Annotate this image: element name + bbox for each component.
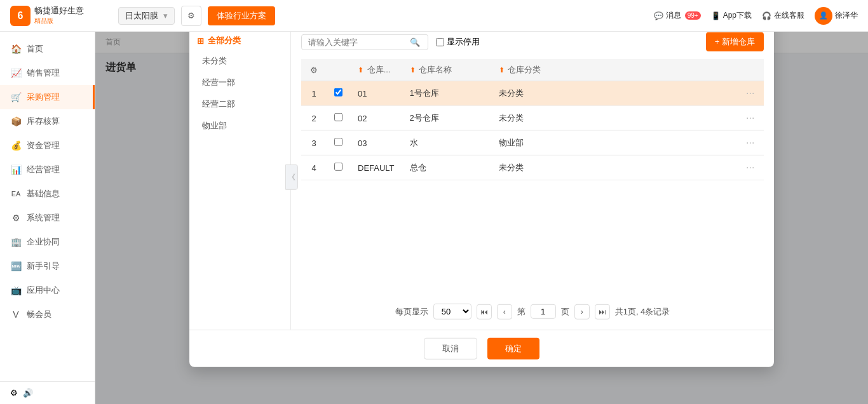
app-download-item[interactable]: 📱 App下载 [711, 10, 752, 21]
row-checkbox-1[interactable] [334, 113, 342, 121]
show-disabled-checkbox[interactable] [436, 37, 444, 46]
tree-item-未分类[interactable]: 未分类 [189, 50, 290, 72]
sidebar-item-sales[interactable]: 📈销售管理 [0, 61, 95, 85]
settings-button[interactable]: ⚙ [181, 6, 201, 26]
page-label: 第 [517, 306, 526, 317]
prev-page-button[interactable]: ‹ [497, 304, 512, 319]
sidebar-item-home[interactable]: 🏠首页 [0, 37, 95, 61]
logo-area: 6 畅捷通好生意 精品版 [10, 6, 105, 26]
sidebar-label-enterprise: 企业协同 [27, 236, 60, 248]
page-input[interactable]: 1 [531, 304, 556, 319]
row-name-3: 总仓 [402, 155, 491, 180]
page-unit: 页 [561, 306, 569, 317]
last-page-button[interactable]: ⏭ [595, 304, 610, 319]
tree-item-经营一部[interactable]: 经营一部 [189, 72, 290, 93]
tree-item-经营二部[interactable]: 经营二部 [189, 93, 290, 115]
sidebar-label-sales: 销售管理 [27, 67, 60, 79]
sidebar-icon-finance: 💰 [10, 140, 22, 151]
logo-sub: 精品版 [34, 17, 84, 25]
table-row[interactable]: 1 01 1号仓库 未分类 ··· [301, 81, 764, 105]
table-header-row: ⚙ ⬆ 仓库... ⬆ 仓库名称 [301, 59, 764, 81]
notifications-label: 消息 [666, 10, 681, 21]
add-warehouse-button[interactable]: + 新增仓库 [706, 32, 764, 51]
row-menu-1[interactable]: ··· [746, 112, 754, 123]
row-category-1: 未分类 [491, 105, 738, 130]
next-page-button[interactable]: › [574, 304, 590, 319]
sidebar-item-system[interactable]: ⚙系统管理 [0, 206, 95, 230]
table-row[interactable]: 2 02 2号仓库 未分类 ··· [301, 105, 764, 130]
row-code-2: 03 [350, 130, 402, 155]
confirm-button[interactable]: 确定 [487, 338, 539, 360]
sidebar-icon-vip: V [10, 309, 22, 320]
cancel-button[interactable]: 取消 [424, 338, 477, 360]
sidebar-item-basic[interactable]: EA基础信息 [0, 182, 95, 206]
search-box: 🔍 [301, 34, 428, 50]
sidebar-item-guide[interactable]: 🆕新手引导 [0, 254, 95, 278]
show-disabled-text: 显示停用 [447, 36, 480, 48]
content-area: 首页 进货单 仓库 × ⊞ 全部分类 未分类经营一部经营二部物业部 [95, 32, 868, 404]
row-actions-3[interactable]: ··· [738, 155, 764, 180]
row-menu-3[interactable]: ··· [746, 162, 754, 173]
sidebar-item-purchase[interactable]: 🛒采购管理 [0, 85, 95, 109]
search-icon[interactable]: 🔍 [410, 37, 420, 46]
row-actions-0[interactable]: ··· [738, 81, 764, 105]
show-disabled-label[interactable]: 显示停用 [436, 36, 480, 48]
sidebar-icon-guide: 🆕 [10, 260, 22, 272]
table-row[interactable]: 4 DEFAULT 总仓 未分类 ··· [301, 155, 764, 180]
main-layout: 🏠首页📈销售管理🛒采购管理📦库存核算💰资金管理📊经营管理EA基础信息⚙系统管理🏢… [0, 32, 868, 404]
row-check-2[interactable] [327, 130, 350, 155]
notifications-item[interactable]: 💬 消息 99+ [654, 10, 701, 21]
tree-item-物业部[interactable]: 物业部 [189, 115, 290, 137]
tree-all-category[interactable]: ⊞ 全部分类 [189, 32, 290, 50]
tree-all-label: 全部分类 [208, 35, 241, 46]
sort-icon-name: ⬆ [410, 66, 416, 74]
row-actions-1[interactable]: ··· [738, 105, 764, 130]
row-check-0[interactable] [327, 81, 350, 105]
sidebar-item-operations[interactable]: 📊经营管理 [0, 158, 95, 182]
first-page-button[interactable]: ⏮ [477, 304, 492, 319]
sidebar-item-vip[interactable]: V畅会员 [0, 302, 95, 327]
sidebar-icon-inventory: 📦 [10, 116, 22, 127]
row-checkbox-0[interactable] [334, 88, 342, 97]
store-selector[interactable]: 日太阳膜 ▾ [118, 7, 175, 25]
row-check-3[interactable] [327, 155, 350, 180]
page-size-select[interactable]: 50 100 200 [433, 304, 471, 320]
row-category-3: 未分类 [491, 155, 738, 180]
col-actions [738, 59, 764, 81]
row-menu-0[interactable]: ··· [746, 88, 754, 98]
app-download-label: App下载 [723, 10, 752, 21]
sidebar-item-enterprise[interactable]: 🏢企业协同 [0, 230, 95, 254]
row-menu-2[interactable]: ··· [746, 137, 754, 148]
notification-badge: 99+ [685, 11, 701, 20]
col-gear: ⚙ [301, 59, 327, 81]
sidebar-label-basic: 基础信息 [27, 188, 60, 199]
top-header: 6 畅捷通好生意 精品版 日太阳膜 ▾ ⚙ 体验行业方案 💬 消息 99+ 📱 … [0, 0, 868, 32]
table-header: ⚙ ⬆ 仓库... ⬆ 仓库名称 [301, 59, 764, 81]
sidebar-icon-purchase: 🛒 [10, 91, 22, 103]
search-input[interactable] [308, 37, 410, 46]
col-code: ⬆ 仓库... [350, 59, 402, 81]
table-body: 1 01 1号仓库 未分类 ··· 2 02 2号仓库 未分类 ··· 3 03… [301, 81, 764, 180]
row-name-1: 2号仓库 [402, 105, 491, 130]
row-checkbox-2[interactable] [334, 138, 342, 146]
online-service-item[interactable]: 🎧 在线客服 [762, 10, 804, 21]
sound-icon[interactable]: 🔊 [23, 388, 33, 398]
settings-bottom-icon[interactable]: ⚙ [10, 388, 18, 398]
tree-collapse-button[interactable]: 《 [285, 165, 298, 190]
warehouse-table: ⚙ ⬆ 仓库... ⬆ 仓库名称 [301, 59, 764, 180]
sort-icon-cat: ⬆ [499, 66, 505, 74]
sidebar-item-finance[interactable]: 💰资金管理 [0, 133, 95, 158]
sidebar-item-app_center[interactable]: 📺应用中心 [0, 278, 95, 302]
message-icon: 💬 [654, 11, 663, 20]
chevron-left-icon: 《 [288, 172, 295, 182]
user-item[interactable]: 👤 徐泽华 [815, 7, 858, 25]
trial-button[interactable]: 体验行业方案 [208, 6, 275, 25]
sidebar-icon-sales: 📈 [10, 67, 22, 79]
row-check-1[interactable] [327, 105, 350, 130]
row-actions-2[interactable]: ··· [738, 130, 764, 155]
row-checkbox-3[interactable] [334, 163, 342, 171]
table-row[interactable]: 3 03 水 物业部 ··· [301, 130, 764, 155]
tree-panel: ⊞ 全部分类 未分类经营一部经营二部物业部 《 [189, 32, 291, 330]
sidebar-item-inventory[interactable]: 📦库存核算 [0, 109, 95, 133]
grid-icon: ⊞ [197, 36, 204, 45]
